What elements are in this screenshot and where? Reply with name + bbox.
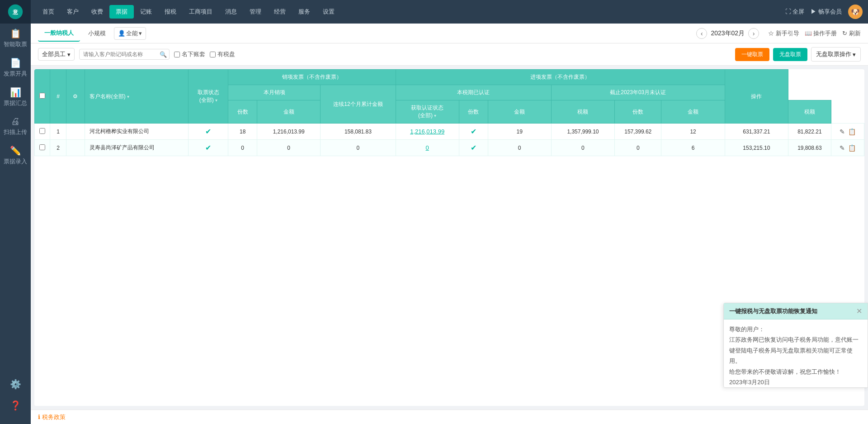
tax-policy-btn[interactable]: ℹ 税务政策 (38, 413, 66, 421)
taxpan-checkbox-input[interactable] (210, 52, 216, 57)
taxpan-label: 有税盘 (217, 50, 235, 58)
topnav-service[interactable]: 服务 (292, 5, 316, 19)
toolbar: 全部员工 ▾ 🔍 名下账套 有税盘 一键取票 无盘取票 无盘取票操作 ▾ (31, 43, 868, 66)
tab-bar: 一般纳税人 小规模 👤 全能 ▾ ‹ 2023年02月 › ☆ 新手引导 📖 操… (31, 24, 868, 43)
sidebar-item-help[interactable]: ❓ (0, 395, 31, 417)
notification-close-btn[interactable]: ✕ (856, 307, 862, 315)
sidebar-item-piaojuhuizong[interactable]: 📊 票据汇总 (0, 82, 31, 112)
view-icon[interactable]: 📋 (848, 128, 856, 135)
main-table: # ⚙ 客户名称(全部) ▾ 取票状态(全部) ▾ 销项发票（不含作废票） 进项… (34, 69, 864, 156)
ticket-status-filter-icon: ▾ (215, 98, 217, 103)
row-ticket-status: ✔ (189, 124, 228, 140)
settings-icon: ⚙️ (10, 379, 21, 390)
row-sales-count: 18 (228, 124, 257, 140)
select-all-checkbox[interactable] (39, 93, 45, 99)
quanneng-label: 全能 (126, 29, 138, 38)
topnav-charge[interactable]: 收费 (85, 5, 109, 19)
th-action: 操作 (725, 70, 788, 124)
row-sales-tax: 158,081.83 (321, 124, 396, 140)
member-btn[interactable]: ▶ 畅享会员 (811, 8, 842, 16)
notification-line: 2023年3月20日 (729, 377, 862, 387)
tax-policy-label: 税务政策 (42, 413, 66, 421)
topnav-mgmt[interactable]: 管理 (243, 5, 268, 19)
toolbar-right: 一键取票 无盘取票 无盘取票操作 ▾ (735, 47, 861, 62)
wupan-caozuo-btn[interactable]: 无盘取票操作 ▾ (811, 47, 861, 62)
view-icon[interactable]: 📋 (848, 144, 856, 152)
taxpan-checkbox[interactable]: 有税盘 (210, 50, 235, 58)
mingxia-checkbox[interactable]: 名下账套 (174, 50, 205, 58)
employee-filter[interactable]: 全部员工 ▾ (38, 48, 75, 61)
sidebar-item-piaojururu-label: 票据录入 (4, 157, 27, 166)
chevron-down-icon: ▾ (139, 30, 142, 37)
row-purchase-cert-tax: 157,399.62 (615, 124, 661, 140)
topnav-msg[interactable]: 消息 (219, 5, 243, 19)
row-check[interactable] (35, 140, 50, 156)
mingxia-checkbox-input[interactable] (174, 52, 180, 57)
row-checkbox[interactable] (39, 144, 45, 150)
th-settings: ⚙ (66, 70, 85, 124)
row-purchase-cert-amount: 1,357,999.10 (551, 124, 614, 140)
row-check[interactable] (35, 124, 50, 140)
row-sales-12month[interactable]: 1,216,013.99 (396, 124, 459, 140)
prev-period-btn[interactable]: ‹ (696, 28, 707, 39)
row-purchase-cert-status: ✔ (459, 140, 488, 156)
row-purchase-cert-count: 19 (488, 124, 551, 140)
row-purchase-cert-count: 0 (488, 140, 551, 156)
sidebar-item-fapiaokaiju[interactable]: 📄 发票开具 (0, 53, 31, 82)
row-purchase-uncert-amount: 153,215.10 (725, 140, 788, 156)
row-purchase-cert-tax: 0 (615, 140, 661, 156)
newbie-guide-btn[interactable]: ☆ 新手引导 (768, 29, 799, 38)
row-index: 1 (50, 124, 66, 140)
row-sales-12month[interactable]: 0 (396, 140, 459, 156)
edit-icon[interactable]: ✎ (840, 128, 845, 135)
sidebar-item-settings[interactable]: ⚙️ (0, 374, 31, 395)
th-ticket-status[interactable]: 取票状态(全部) ▾ (189, 70, 228, 124)
row-sales-amount: 1,216,013.99 (257, 124, 321, 140)
tab-quanneng[interactable]: 👤 全能 ▾ (114, 27, 146, 40)
tab-general-taxpayer[interactable]: 一般纳税人 (38, 25, 80, 42)
sidebar-item-piaojururu[interactable]: ✏️ 票据录入 (0, 141, 31, 170)
notification-scroll[interactable]: 尊敬的用户：江苏政务网已恢复访问电子税务局功能，意代账一键登陆电子税务局与无盘取… (724, 319, 868, 387)
topnav-bookkeep[interactable]: 记账 (134, 5, 158, 19)
topnav-customer[interactable]: 客户 (61, 5, 85, 19)
sidebar-item-scanupload-label: 扫描上传 (4, 128, 27, 136)
topnav-biz[interactable]: 工商项目 (183, 5, 219, 19)
th-customer[interactable]: 客户名称(全部) ▾ (85, 70, 189, 124)
sidebar-item-zhiqupiao-label: 智能取票 (4, 40, 27, 48)
topnav-ops[interactable]: 经营 (268, 5, 292, 19)
yijian-qupiao-btn[interactable]: 一键取票 (735, 48, 769, 61)
notification-body: 尊敬的用户：江苏政务网已恢复访问电子税务局功能，意代账一键登陆电子税务局与无盘取… (724, 319, 868, 387)
edit-icon[interactable]: ✎ (840, 144, 845, 152)
avatar[interactable]: 🐶 (848, 5, 863, 19)
notification-line: 给您带来的不便敬请谅解，祝您工作愉快！ (729, 367, 862, 377)
th-check[interactable] (35, 70, 50, 124)
row-checkbox[interactable] (39, 128, 45, 134)
row-purchase-uncert-tax: 81,822.21 (788, 124, 831, 140)
refresh-btn[interactable]: ↻ 刷新 (842, 29, 861, 38)
row-sales-tax: 0 (321, 140, 396, 156)
next-period-btn[interactable]: › (748, 28, 759, 39)
fullscreen-btn[interactable]: ⛶ 全屏 (785, 8, 805, 16)
topnav-config[interactable]: 设置 (316, 5, 341, 19)
search-input[interactable] (79, 49, 170, 60)
row-purchase-cert-amount: 0 (551, 140, 614, 156)
chevron-down-icon: ▾ (67, 51, 71, 58)
topnav-home[interactable]: 首页 (36, 5, 61, 19)
piaojuhuizong-icon: 📊 (10, 87, 21, 98)
th-purchase-cert-status[interactable]: 获取认证状态(全部) ▾ (396, 100, 459, 124)
wupan-caozuo-label: 无盘取票操作 (816, 50, 851, 58)
row-purchase-uncert-count: 12 (661, 124, 725, 140)
row-settings (66, 140, 85, 156)
manual-btn[interactable]: 📖 操作手册 (805, 29, 837, 38)
wupan-qupiao-btn[interactable]: 无盘取票 (773, 48, 807, 61)
notification-line: 尊敬的用户： (729, 324, 862, 334)
sidebar-item-scanupload[interactable]: 🖨 扫描上传 (0, 112, 31, 141)
scanupload-icon: 🖨 (11, 116, 20, 127)
fapiaokaiju-icon: 📄 (10, 57, 21, 68)
sidebar-item-zhiqupiao[interactable]: 📋 智能取票 (0, 24, 31, 53)
topnav-invoice[interactable]: 票据 (109, 5, 134, 19)
mingxia-label: 名下账套 (182, 50, 205, 58)
topnav-tax[interactable]: 报税 (158, 5, 183, 19)
svg-text:意: 意 (12, 9, 19, 15)
tab-small-scale[interactable]: 小规模 (82, 26, 112, 41)
